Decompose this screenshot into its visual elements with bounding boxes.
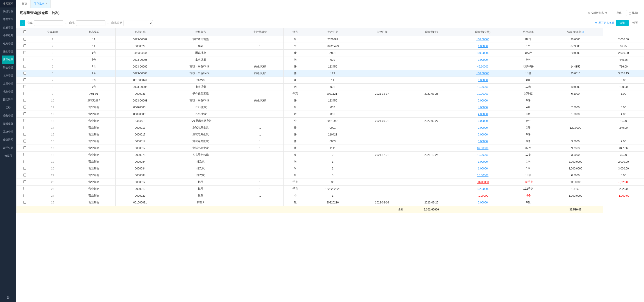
row-checkbox[interactable] [23,112,26,115]
qty-main-link[interactable]: 122.00000 [476,187,489,191]
row-checkbox[interactable] [23,133,26,136]
row-checkbox[interactable] [23,119,26,122]
table-footer-row: 合计 6,302.60000 32,589.05 [16,206,644,213]
qty-main-link[interactable]: 100.00000 [476,51,489,55]
cell-prod_date [358,104,406,111]
qty-main-link[interactable]: 2.00000 [478,126,488,129]
sidebar-item-16[interactable]: 企业协同 [2,136,14,144]
cell-unit: 米 [284,56,307,63]
sidebar-item-14[interactable]: 基础信息 [2,120,14,127]
qty-main-link[interactable]: -1.00000 [478,194,488,197]
sidebar-item-15[interactable]: 系统管理 [2,128,14,136]
search-button[interactable]: 查询 [616,20,628,26]
qty-main-link[interactable]: 1.00000 [478,45,488,48]
warehouse-filter-input[interactable] [34,20,63,26]
row-checkbox[interactable] [23,201,26,204]
sidebar-search-menu[interactable]: 搜索菜单 [0,0,16,8]
row-checkbox[interactable] [23,153,26,156]
row-checkbox[interactable] [23,146,26,149]
sidebar-item-0[interactable]: 快捷导航 [2,8,14,16]
row-checkbox[interactable] [23,174,26,177]
row-checkbox[interactable] [23,187,26,190]
row-checkbox[interactable] [23,58,26,61]
qty-main-link[interactable]: 4.00000 [478,106,488,109]
sidebar-item-11[interactable]: 固定资产 [2,96,14,103]
qty-main-link[interactable]: 0.00000 [478,79,488,82]
cell-exp_date [406,111,457,118]
export-button[interactable]: ↑ 导出 [612,10,624,16]
row-checkbox[interactable] [23,180,26,183]
sidebar-item-17[interactable]: 新手引导 [2,144,14,152]
qty-main-link[interactable]: 0.00000 [478,58,488,61]
cell-qty_main: 100.00000 [457,50,509,56]
row-checkbox[interactable] [23,85,26,88]
qty-main-link[interactable]: 0.00000 [478,201,488,204]
cell-warehouse: 1号 [72,70,116,77]
export-icon: ↑ [614,12,616,15]
row-checkbox[interactable] [23,167,26,170]
row-checkbox[interactable] [23,92,26,95]
qty-main-link[interactable]: 10.00000 [477,92,488,95]
qty-main-link[interactable]: 1.00000 [478,160,488,163]
sidebar-item-8[interactable]: 总账管理 [2,72,14,80]
cell-unit: 米 [284,111,307,118]
row-checkbox[interactable] [23,99,26,102]
sidebar-item-5[interactable]: 采购管理 [2,48,14,56]
filter-toggle-button[interactable]: › [20,20,25,26]
qty-main-link[interactable]: 100.00000 [476,72,489,75]
qty-main-link[interactable]: 0.00000 [478,133,488,136]
row-checkbox[interactable] [23,106,26,108]
sidebar-item-2[interactable]: 批发管理 [2,24,14,32]
sidebar-item-7[interactable]: 资金管理 [2,64,14,72]
row-checkbox[interactable] [23,78,26,81]
sidebar-item-3[interactable]: 小额电商 [2,32,14,39]
qty-main-link[interactable]: 49.60000 [477,65,488,68]
qty-main-link[interactable]: 87.00000 [477,146,488,150]
qty-main-link[interactable]: 4.00000 [478,113,488,116]
tab-close-icon[interactable]: × [46,3,47,5]
row-checkbox[interactable] [23,139,26,142]
row-checkbox[interactable] [23,65,26,68]
row-checkbox[interactable] [23,194,26,197]
row-checkbox-cell [16,77,33,84]
row-checkbox[interactable] [23,44,26,47]
sidebar-item-13[interactable]: 经营管理 [2,112,14,120]
category-filter-select[interactable] [124,20,153,26]
row-checkbox[interactable] [23,160,26,163]
cell-prod_date [358,50,406,56]
qty-main-link[interactable]: 10.00000 [477,153,488,157]
goods-filter-input[interactable] [76,20,106,26]
select-all-checkbox[interactable] [23,30,26,33]
qty-main-link[interactable]: 10.00000 [477,85,488,89]
tab-home[interactable]: 首页 [18,0,30,8]
row-num: 13 [33,118,72,124]
expand-conditions-button[interactable]: ▼ 展开更多条件 [595,20,614,26]
sidebar-gear-button[interactable]: ⚙ [0,293,16,302]
qty-main-link[interactable]: -16.00000 [476,181,489,184]
print-button[interactable]: 🖨 按模板打印 ▼ [585,10,610,16]
qty-main-link[interactable]: 0.00000 [478,119,488,122]
qty-main-link[interactable]: 0.00000 [478,99,488,102]
sidebar-item-10[interactable]: 税务管理 [2,88,14,96]
qty-main-link[interactable]: 10.00000 [477,174,488,177]
cell-qty_stock: 0吨 [509,77,548,84]
cell-exp_date [406,70,457,77]
sidebar-item-9[interactable]: 发票管理 [2,80,14,88]
row-checkbox[interactable] [23,51,26,54]
sidebar-item-18[interactable]: 云应用 [2,152,14,160]
sidebar-item-12[interactable]: 工资 [2,104,14,112]
sidebar-item-4[interactable]: 电商管理 [2,40,14,48]
qty-main-link[interactable]: 100.00000 [476,38,489,41]
cell-spec [236,36,284,43]
row-checkbox[interactable] [23,72,26,75]
settings-button[interactable]: 设置 [630,20,640,26]
sidebar-item-1[interactable]: 零售管理 [2,16,14,23]
show-hide-button[interactable]: ◫ 显/隐 [626,10,640,16]
row-checkbox[interactable] [23,38,26,41]
qty-main-link[interactable]: 3.00000 [478,140,488,143]
tab-active[interactable]: 库存批次 × [30,0,51,8]
row-checkbox[interactable] [23,126,26,129]
qty-main-link[interactable]: 1.00000 [478,167,488,170]
col-header-prod_date: 生产日期 [307,28,358,36]
sidebar-item-6[interactable]: 库存核算 [2,56,14,63]
